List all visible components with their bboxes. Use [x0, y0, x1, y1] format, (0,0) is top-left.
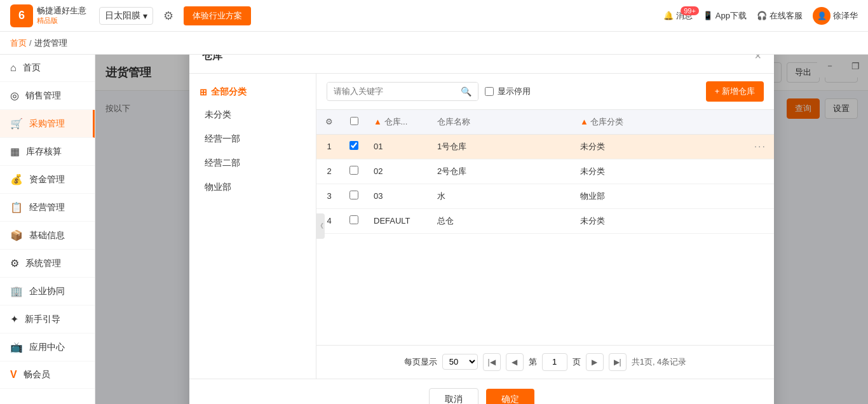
- all-category-button[interactable]: ⊞ 全部分类: [189, 81, 316, 103]
- first-page-button[interactable]: |◀: [483, 353, 501, 371]
- store-name: 日太阳膜: [105, 10, 140, 22]
- col-name: 仓库名称: [430, 110, 573, 135]
- sidebar-item-label: 基础信息: [29, 230, 65, 241]
- purchase-icon: 🛒: [10, 118, 23, 130]
- home-icon: [10, 62, 17, 74]
- add-warehouse-button[interactable]: + 新增仓库: [706, 81, 764, 102]
- sidebar-item-label: 畅会员: [24, 369, 50, 380]
- row-category: 未分类: [573, 159, 747, 184]
- logo-text: 畅捷通好生意: [37, 6, 86, 16]
- last-page-button[interactable]: ▶|: [609, 353, 627, 371]
- sidebar-item-label: 应用中心: [29, 342, 65, 353]
- category-item-2[interactable]: 经营二部: [189, 151, 316, 175]
- category-item-0[interactable]: 未分类: [189, 103, 316, 127]
- row-checkbox[interactable]: [349, 191, 358, 199]
- table-row[interactable]: 2 02 2号仓库 未分类: [316, 159, 774, 184]
- breadcrumb-current: 进货管理: [34, 37, 67, 49]
- show-disabled-checkbox[interactable]: [485, 87, 494, 96]
- row-code: 01: [366, 134, 430, 159]
- messages-badge: 99+: [681, 6, 699, 15]
- select-all-checkbox[interactable]: [350, 117, 358, 125]
- category-item-1[interactable]: 经营一部: [189, 127, 316, 151]
- prev-page-button[interactable]: ◀: [506, 353, 524, 371]
- fund-icon: 💰: [10, 173, 23, 185]
- sidebar-item-system[interactable]: ⚙ 系统管理: [0, 250, 95, 278]
- col-checkbox: [342, 110, 366, 135]
- sidebar-item-label: 采购管理: [29, 118, 65, 130]
- row-checkbox-cell: [342, 184, 366, 208]
- table-row[interactable]: 3 03 水 物业部: [316, 184, 774, 208]
- sidebar-item-guide[interactable]: ✦ 新手引导: [0, 306, 95, 333]
- guide-icon: ✦: [10, 313, 18, 325]
- row-checkbox[interactable]: [349, 141, 358, 150]
- next-page-button[interactable]: ▶: [586, 353, 604, 371]
- trial-button[interactable]: 体验行业方案: [184, 6, 251, 25]
- cancel-button[interactable]: 取消: [429, 388, 478, 405]
- dialog-title: 仓库: [202, 55, 222, 63]
- store-selector[interactable]: 日太阳膜 ▾: [99, 7, 153, 25]
- breadcrumb-home[interactable]: 首页: [10, 37, 27, 49]
- search-input[interactable]: [327, 83, 454, 100]
- sidebar-item-sales[interactable]: ◎ 销售管理: [0, 82, 95, 110]
- warehouse-dialog: 仓库 × ⊞ 全部分类 未分类 经营一部 经营二部 物业部: [189, 55, 774, 404]
- row-index: 1: [316, 134, 342, 159]
- row-checkbox[interactable]: [349, 215, 358, 224]
- sidebar-item-basic[interactable]: 📦 基础信息: [0, 222, 95, 250]
- confirm-button[interactable]: 确定: [486, 389, 534, 405]
- sidebar-item-purchase[interactable]: 🛒 采购管理: [0, 110, 95, 138]
- row-checkbox-cell: [342, 159, 366, 184]
- settings-icon[interactable]: ⚙: [158, 6, 179, 26]
- all-category-label: 全部分类: [211, 86, 247, 98]
- app-download-button[interactable]: 📱 App下载: [703, 10, 747, 22]
- header-right: 🔔 消息 99+ 📱 App下载 🎧 在线客服 👤 徐泽华: [663, 7, 858, 25]
- row-category: 物业部: [573, 184, 747, 208]
- sidebar-item-fund[interactable]: 💰 资金管理: [0, 166, 95, 194]
- header-center: 日太阳膜 ▾ ⚙ 体验行业方案: [99, 6, 663, 26]
- dialog-footer: 取消 确定: [189, 379, 774, 405]
- collapse-panel-button[interactable]: 《: [316, 213, 325, 239]
- category-item-3[interactable]: 物业部: [189, 175, 316, 199]
- page-input[interactable]: [542, 353, 567, 371]
- sidebar: 首页 ◎ 销售管理 🛒 采购管理 ▦ 库存核算 💰 资金管理 📋 经营管理 📦 …: [0, 55, 95, 404]
- modal-overlay: 仓库 × ⊞ 全部分类 未分类 经营一部 经营二部 物业部: [95, 55, 868, 404]
- manage-icon: 📋: [10, 201, 23, 213]
- col-actions: [747, 110, 774, 135]
- sidebar-item-label: 新手引导: [25, 314, 60, 325]
- logo-sub: 精品版: [37, 16, 86, 25]
- sidebar-item-manage[interactable]: 📋 经营管理: [0, 194, 95, 222]
- system-icon: ⚙: [10, 257, 19, 269]
- row-checkbox[interactable]: [349, 166, 358, 175]
- app-icon: 📺: [10, 341, 23, 353]
- sidebar-item-member[interactable]: V 畅会员: [0, 361, 95, 389]
- dialog-close-button[interactable]: ×: [754, 55, 761, 62]
- category-panel: ⊞ 全部分类 未分类 经营一部 经营二部 物业部 《: [189, 74, 316, 379]
- sidebar-item-stock[interactable]: ▦ 库存核算: [0, 138, 95, 166]
- sidebar-item-home[interactable]: 首页: [0, 55, 95, 82]
- basic-icon: 📦: [10, 229, 23, 241]
- show-disabled-toggle[interactable]: 显示停用: [485, 86, 531, 97]
- sidebar-item-app[interactable]: 📺 应用中心: [0, 333, 95, 361]
- row-action-button[interactable]: ···: [754, 141, 766, 152]
- user-menu[interactable]: 👤 徐泽华: [813, 7, 858, 25]
- row-name: 1号仓库: [430, 134, 573, 159]
- list-toolbar: 🔍 显示停用 + 新增仓库: [316, 74, 774, 110]
- table-header-row: ⚙ ▲ 仓库...: [316, 110, 774, 135]
- service-label: 在线客服: [770, 10, 803, 22]
- search-button[interactable]: 🔍: [454, 83, 478, 100]
- sidebar-item-label: 系统管理: [25, 258, 61, 269]
- user-name: 徐泽华: [833, 10, 858, 22]
- table-row[interactable]: 1 01 1号仓库 未分类 ···: [316, 134, 774, 159]
- table-row[interactable]: 4 DEFAULT 总仓 未分类: [316, 208, 774, 233]
- sidebar-item-label: 资金管理: [29, 174, 65, 185]
- sidebar-item-corp[interactable]: 🏢 企业协同: [0, 278, 95, 306]
- main-layout: 首页 ◎ 销售管理 🛒 采购管理 ▦ 库存核算 💰 资金管理 📋 经营管理 📦 …: [0, 55, 868, 404]
- per-page-select[interactable]: 50 100: [442, 354, 478, 370]
- logo[interactable]: 6 畅捷通好生意 精品版: [10, 4, 86, 27]
- service-button[interactable]: 🎧 在线客服: [757, 10, 803, 22]
- messages-button[interactable]: 🔔 消息 99+: [663, 10, 693, 22]
- mobile-icon: 📱: [703, 11, 713, 20]
- stock-icon: ▦: [10, 145, 20, 158]
- warehouse-list-panel: 🔍 显示停用 + 新增仓库: [316, 74, 774, 379]
- sidebar-item-label: 企业协同: [29, 286, 65, 297]
- page-end-label: 页: [573, 356, 581, 368]
